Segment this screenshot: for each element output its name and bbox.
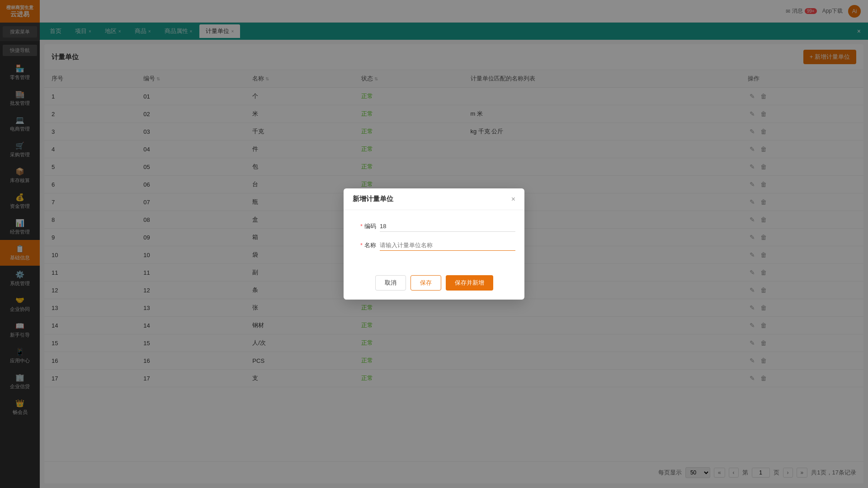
modal-overlay: 新增计量单位 × *编码 *名称 取消 保存 保存并新增 bbox=[0, 0, 868, 488]
add-unit-modal: 新增计量单位 × *编码 *名称 取消 保存 保存并新增 bbox=[344, 188, 524, 300]
cancel-button[interactable]: 取消 bbox=[375, 275, 406, 291]
modal-body: *编码 *名称 bbox=[344, 210, 524, 270]
save-and-new-button[interactable]: 保存并新增 bbox=[446, 275, 493, 291]
modal-footer: 取消 保存 保存并新增 bbox=[344, 270, 524, 300]
required-star-name: * bbox=[360, 242, 363, 249]
save-button[interactable]: 保存 bbox=[410, 275, 441, 291]
code-input[interactable] bbox=[380, 221, 515, 232]
modal-header: 新增计量单位 × bbox=[344, 188, 524, 210]
name-input[interactable] bbox=[380, 240, 515, 251]
modal-title: 新增计量单位 bbox=[353, 195, 393, 203]
code-label: *编码 bbox=[353, 222, 380, 230]
code-field-row: *编码 bbox=[353, 221, 515, 232]
required-star: * bbox=[360, 223, 363, 230]
modal-close-button[interactable]: × bbox=[511, 196, 515, 203]
name-label: *名称 bbox=[353, 241, 380, 249]
name-field-row: *名称 bbox=[353, 240, 515, 251]
